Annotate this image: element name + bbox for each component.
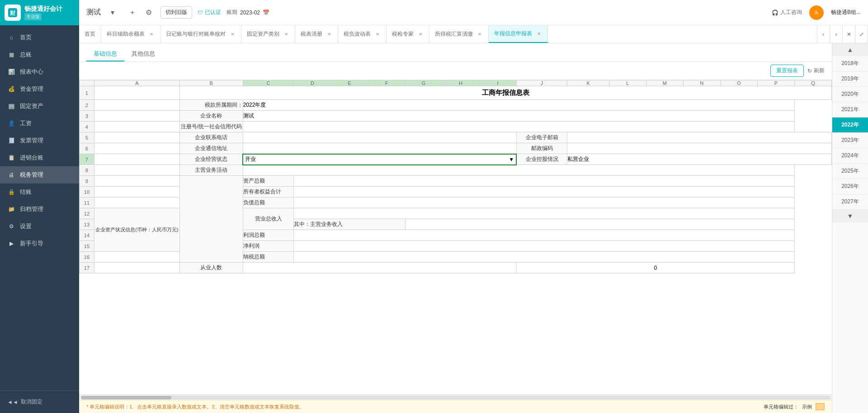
cell-reg-value[interactable] <box>243 122 794 132</box>
cell-liab-value[interactable] <box>294 197 794 208</box>
reset-report-btn[interactable]: 重置报表 <box>770 65 804 77</box>
cell-ownership-value[interactable]: 私营企业 <box>567 154 832 165</box>
col-header-m[interactable]: M <box>646 80 683 86</box>
tab-close-icon[interactable]: ✕ <box>374 31 381 38</box>
sidebar-item-home[interactable]: ⌂ 首页 <box>0 29 79 46</box>
tab-tax-expert[interactable]: 税检专家 ✕ <box>387 25 429 43</box>
sidebar-item-settings[interactable]: ⚙ 设置 <box>0 218 79 235</box>
tab-home[interactable]: 首页 <box>79 25 101 43</box>
sidebar-item-asset[interactable]: 🏢 固定资产 <box>0 98 79 115</box>
cell-postal-value[interactable] <box>567 143 832 154</box>
current-module-title[interactable]: 测试 <box>86 8 101 17</box>
tab-close-icon[interactable]: ✕ <box>229 31 236 38</box>
cell-tax-total-value[interactable] <box>294 252 794 263</box>
col-header-o[interactable]: O <box>720 80 757 86</box>
sidebar-item-invoice[interactable]: 🧾 发票管理 <box>0 132 79 149</box>
col-header-d[interactable]: D <box>294 80 331 86</box>
cell-profit-value[interactable] <box>294 230 794 241</box>
sidebar-item-fund[interactable]: 💰 资金管理 <box>0 80 79 98</box>
year-item-2024[interactable]: 2024年 <box>832 148 868 164</box>
col-header-c[interactable]: C <box>243 80 294 86</box>
tab-close-icon[interactable]: ✕ <box>417 31 424 38</box>
col-header-k[interactable]: K <box>567 80 609 86</box>
col-header-g[interactable]: G <box>405 80 442 86</box>
spreadsheet-wrapper[interactable]: A B C D E F G H I J K L <box>79 80 832 394</box>
sidebar-item-guide[interactable]: ▶ 新手引导 <box>0 235 79 252</box>
tab-close-icon[interactable]: ✕ <box>476 31 483 38</box>
sidebar-collapse-btn[interactable]: ◄◄ 取消固定 <box>0 394 79 409</box>
tab-close-icon[interactable]: ✕ <box>536 31 542 37</box>
switch-version-btn[interactable]: 切到旧版 <box>160 6 192 19</box>
dropdown-arrow-icon[interactable]: ▼ <box>509 156 514 163</box>
col-header-f[interactable]: F <box>368 80 405 86</box>
sub-tab-basic[interactable]: 基础信息 <box>86 47 124 61</box>
cell-assets-value[interactable] <box>294 176 794 187</box>
cell-revenue-value[interactable] <box>294 208 794 219</box>
cell-main-revenue-value[interactable] <box>405 219 794 230</box>
sidebar-item-archive[interactable]: 📁 归档管理 <box>0 201 79 218</box>
year-item-2019[interactable]: 2019年 <box>832 71 868 87</box>
calendar-icon[interactable]: 📅 <box>263 9 269 16</box>
tab-close-icon[interactable]: ✕ <box>283 31 289 38</box>
horizontal-scrollbar[interactable] <box>79 394 832 400</box>
cell-biz-status-value[interactable]: 开业 ▼ <box>243 154 516 165</box>
gear-btn[interactable]: ⚙ <box>142 6 155 19</box>
tab-prev-btn[interactable]: ‹ <box>817 25 830 43</box>
year-item-2018[interactable]: 2018年 <box>832 56 868 71</box>
add-btn[interactable]: + <box>126 6 139 19</box>
col-header-p[interactable]: P <box>757 80 794 86</box>
tab-journal[interactable]: 日记账与银行对账单核对 ✕ <box>160 25 241 43</box>
year-item-2027[interactable]: 2027年 <box>832 194 868 210</box>
cell-employees-total[interactable]: 0 <box>516 263 794 273</box>
tab-fixed-asset[interactable]: 固定资产类别 ✕ <box>241 25 295 43</box>
consult-btn[interactable]: 🎧 人工咨询 <box>772 9 802 16</box>
col-header-e[interactable]: E <box>331 80 368 86</box>
year-item-2026[interactable]: 2026年 <box>832 179 868 194</box>
year-item-2020[interactable]: 2020年 <box>832 87 868 102</box>
cell-title[interactable]: 工商年报信息表 <box>179 86 831 100</box>
dropdown-field[interactable]: 开业 ▼ <box>243 155 516 164</box>
sub-tab-other[interactable]: 其他信息 <box>124 47 162 61</box>
col-header-a[interactable]: A <box>94 80 179 86</box>
tab-tax-risk[interactable]: 税负波动表 ✕ <box>338 25 387 43</box>
sidebar-item-payroll[interactable]: 👤 工资 <box>0 115 79 132</box>
tab-aux[interactable]: 科目辅助余额表 ✕ <box>101 25 160 43</box>
cell-email-value[interactable] <box>567 132 832 143</box>
cell-phone-value[interactable] <box>243 132 516 143</box>
col-header-j[interactable]: J <box>516 80 567 86</box>
col-header-h[interactable]: H <box>442 80 479 86</box>
dropdown-btn[interactable]: ▾ <box>106 6 119 19</box>
sidebar-item-tax[interactable]: 🖨 税务管理 <box>0 166 79 183</box>
cell-main-biz-value[interactable] <box>243 165 794 176</box>
user-name[interactable]: 畅捷通B组... <box>831 9 861 16</box>
year-item-2025[interactable]: 2025年 <box>832 164 868 179</box>
sidebar-item-ledger[interactable]: ▦ 总账 <box>0 46 79 63</box>
cell-employees-value[interactable] <box>243 263 516 273</box>
year-nav-down-btn[interactable]: ▼ <box>832 210 868 222</box>
tab-tax-form[interactable]: 税表清册 ✕ <box>295 25 338 43</box>
col-header-l[interactable]: L <box>609 80 646 86</box>
tab-close-icon[interactable]: ✕ <box>326 31 332 38</box>
year-item-2022[interactable]: 2022年 <box>832 117 868 133</box>
year-nav-up-btn[interactable]: ▲ <box>832 43 868 56</box>
tab-next-btn[interactable]: › <box>830 25 843 43</box>
tab-income-tax[interactable]: 所得税汇算清缴 ✕ <box>429 25 489 43</box>
col-header-q[interactable]: Q <box>794 80 831 86</box>
col-header-n[interactable]: N <box>683 80 720 86</box>
year-item-2021[interactable]: 2021年 <box>832 102 868 117</box>
col-header-b[interactable]: B <box>179 80 243 86</box>
col-header-i[interactable]: I <box>479 80 516 86</box>
tab-expand-btn[interactable]: ⤢ <box>855 25 868 43</box>
cell-address-value[interactable] <box>243 143 516 154</box>
tab-close-icon[interactable]: ✕ <box>148 31 155 38</box>
cell-company-name[interactable]: 测试 <box>243 111 794 122</box>
refresh-btn[interactable]: ↻ 刷新 <box>807 67 825 75</box>
sidebar-item-report[interactable]: 📊 报表中心 <box>0 63 79 80</box>
cell-equity-value[interactable] <box>294 187 794 197</box>
cell-net-profit-value[interactable] <box>294 241 794 252</box>
sidebar-item-close[interactable]: 🔒 结账 <box>0 183 79 201</box>
sidebar-item-inventory[interactable]: 📋 进销台账 <box>0 149 79 166</box>
tab-close-all-btn[interactable]: ✕ <box>843 25 855 43</box>
tab-annual-report[interactable]: 年报信息申报表 ✕ <box>489 25 548 43</box>
cell-tax-period[interactable]: 2022年度 <box>243 100 794 111</box>
